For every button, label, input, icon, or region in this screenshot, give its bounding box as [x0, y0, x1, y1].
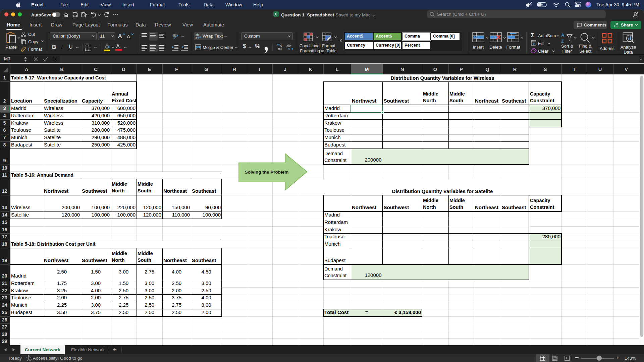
svg-text:c: c — [196, 36, 197, 39]
svg-text:.00: .00 — [277, 47, 282, 51]
svg-text:.00: .00 — [286, 44, 291, 47]
svg-text:0: 0 — [280, 44, 282, 47]
svg-text:A: A — [561, 33, 565, 38]
svg-text:Solving the Problem: Solving the Problem — [245, 170, 289, 175]
svg-text:Z: Z — [561, 39, 564, 44]
svg-text:0: 0 — [288, 47, 290, 51]
